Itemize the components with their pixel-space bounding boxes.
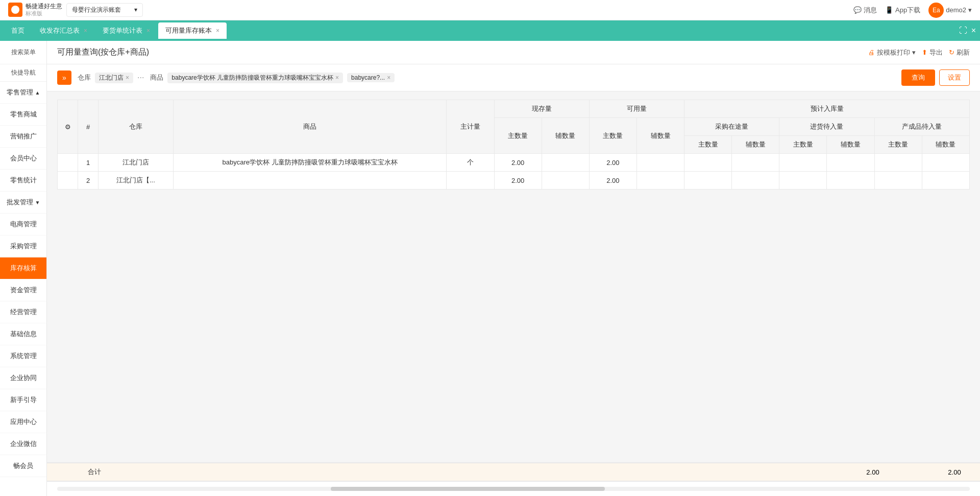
tab-available-inventory[interactable]: 可用量库存账本 ×	[158, 22, 227, 39]
th-index: #	[78, 100, 99, 154]
horizontal-scrollbar[interactable]	[57, 487, 970, 491]
sidebar: 搜索菜单 快捷导航 零售管理 ▲ 零售商城 营销推广 会员中心 零售统计 批发管…	[0, 41, 47, 496]
sidebar-item-sys-mgmt-label: 系统管理	[10, 352, 37, 360]
tab-income-summary[interactable]: 收发存汇总表 ×	[33, 22, 94, 39]
warehouse-tag-remove[interactable]: ×	[126, 74, 129, 81]
sidebar-item-retail-mall[interactable]: 零售商城	[0, 104, 46, 126]
sidebar-item-new-guide[interactable]: 新手引导	[0, 389, 46, 411]
row-prod-sub	[922, 172, 969, 190]
row-index: 2	[78, 172, 99, 190]
warehouse-tag[interactable]: 江北门店 ×	[95, 73, 133, 83]
sidebar-item-members[interactable]: 会员中心	[0, 148, 46, 170]
logo-text: 畅捷通好生意	[26, 3, 62, 10]
row-avail-sub	[636, 154, 684, 172]
print-template-label: 按模板打印	[877, 48, 910, 57]
sidebar-item-marketing[interactable]: 营销推广	[0, 126, 46, 148]
tab-order-stats-label: 要货单统计表	[103, 26, 142, 35]
tab-order-stats[interactable]: 要货单统计表 ×	[95, 22, 157, 39]
th-group-incoming: 预计入库量	[684, 100, 970, 118]
sidebar-item-wholesale[interactable]: 批发管理 ▼	[0, 192, 46, 214]
row-main-unit	[447, 172, 494, 190]
product-tag1[interactable]: babycare学饮杯 儿童防摔防撞吸管杯重力球吸嘴杯宝宝水杯 ×	[167, 73, 343, 83]
footer-values: 2.00 2.00	[857, 468, 970, 476]
row-settings[interactable]	[58, 154, 78, 172]
row-product: babycare学饮杯 儿童防摔防撞吸管杯重力球吸嘴杯宝宝水杯	[173, 154, 447, 172]
th-warehouse: 仓库	[99, 100, 174, 154]
table-section: ⚙ # 仓库 商品 主计量 现存量 可用量 预计入库量 主数量 辅数量 主数量 …	[47, 91, 980, 462]
content-area: 可用量查询(按仓库+商品) 🖨 按模板打印 ▾ ⬆ 导出 ↻ 刷新	[47, 41, 980, 496]
sidebar-item-sys-mgmt[interactable]: 系统管理	[0, 345, 46, 367]
page-actions: 🖨 按模板打印 ▾ ⬆ 导出 ↻ 刷新	[868, 48, 970, 57]
sidebar-item-vip[interactable]: 畅会员	[0, 455, 46, 477]
sidebar-item-procurement[interactable]: 采购管理	[0, 235, 46, 257]
sidebar-item-ecommerce-label: 电商管理	[10, 220, 37, 228]
product-tag1-remove[interactable]: ×	[335, 74, 339, 81]
export-label: 导出	[929, 48, 943, 57]
message-btn[interactable]: 💬 消息	[853, 6, 877, 15]
tab-close-all-btn[interactable]: ×	[971, 26, 976, 35]
th-settings[interactable]: ⚙	[58, 100, 78, 154]
sidebar-item-app-center[interactable]: 应用中心	[0, 411, 46, 433]
print-template-btn[interactable]: 🖨 按模板打印 ▾	[868, 48, 916, 57]
sidebar-item-finance[interactable]: 资金管理	[0, 279, 46, 301]
sidebar-item-basic-info-label: 基础信息	[10, 330, 37, 338]
filter-actions: 查询 设置	[901, 69, 970, 86]
sidebar-item-enterprise-wechat-label: 企业微信	[10, 440, 37, 447]
industry-selector[interactable]: 母婴行业演示账套 ▾	[66, 3, 143, 17]
row-purchase-sub	[732, 154, 779, 172]
th-main-unit: 主计量	[447, 100, 494, 154]
footer-label: 合计	[57, 467, 101, 477]
sidebar-item-business[interactable]: 经营管理	[0, 301, 46, 323]
settings-btn[interactable]: 设置	[939, 69, 970, 86]
th-group-purchase: 采购在途量	[684, 118, 779, 136]
product-label: 商品	[150, 73, 163, 82]
sidebar-item-wholesale-label: 批发管理	[7, 198, 33, 207]
scroll-thumb[interactable]	[331, 487, 604, 491]
sidebar-item-enterprise[interactable]: 企业协同	[0, 367, 46, 389]
footer-avail-main: 2.00	[939, 468, 970, 476]
refresh-btn[interactable]: ↻ 刷新	[949, 48, 970, 57]
svg-text:♦: ♦	[13, 7, 15, 13]
tab-order-stats-close[interactable]: ×	[146, 27, 150, 34]
chevron-up-icon: ▲	[35, 90, 40, 96]
table-row[interactable]: 1 江北门店 babycare学饮杯 儿童防摔防撞吸管杯重力球吸嘴杯宝宝水杯 个…	[58, 154, 970, 172]
tab-available-inventory-close[interactable]: ×	[216, 27, 219, 34]
warehouse-filter-group: 仓库 江北门店 × ···	[78, 73, 144, 83]
main-layout: 搜索菜单 快捷导航 零售管理 ▲ 零售商城 营销推广 会员中心 零售统计 批发管…	[0, 41, 980, 496]
sidebar-item-app-center-label: 应用中心	[10, 418, 37, 426]
sidebar-item-ecommerce[interactable]: 电商管理	[0, 214, 46, 235]
export-btn[interactable]: ⬆ 导出	[922, 48, 943, 57]
sidebar-item-retail-stats[interactable]: 零售统计	[0, 170, 46, 192]
filter-expand-btn[interactable]: »	[57, 70, 71, 85]
warehouse-more-btn[interactable]: ···	[137, 73, 144, 82]
table-row[interactable]: 2 江北门店【... 2.00 2.00	[58, 172, 970, 190]
th-group-available: 可用量	[589, 100, 684, 118]
filter-bar: » 仓库 江北门店 × ··· 商品 babycare学饮杯 儿童防摔防撞吸管杯…	[47, 64, 980, 91]
row-inbound-main	[779, 154, 827, 172]
industry-selector-value: 母婴行业演示账套	[72, 6, 121, 14]
tab-home[interactable]: 首页	[4, 22, 32, 39]
page-title: 可用量查询(按仓库+商品)	[57, 47, 149, 58]
sidebar-quick-nav[interactable]: 快捷导航	[0, 64, 46, 82]
table-footer: 合计 2.00 2.00	[47, 462, 980, 481]
user-menu[interactable]: Ea demo2 ▾	[928, 3, 972, 18]
sidebar-item-inventory[interactable]: 库存核算	[0, 257, 46, 279]
product-tag2-remove[interactable]: ×	[387, 74, 390, 81]
query-btn[interactable]: 查询	[901, 69, 935, 86]
refresh-icon: ↻	[949, 49, 954, 56]
product-tag2[interactable]: babycare?... ×	[347, 73, 395, 82]
row-stock-main: 2.00	[494, 154, 542, 172]
tab-fullscreen-btn[interactable]: ⛶	[959, 26, 967, 35]
username: demo2	[946, 6, 966, 14]
sidebar-item-retail-mgmt[interactable]: 零售管理 ▲	[0, 82, 46, 104]
row-settings[interactable]	[58, 172, 78, 190]
sidebar-item-enterprise-label: 企业协同	[10, 374, 37, 382]
sidebar-search-btn[interactable]: 搜索菜单	[4, 46, 42, 59]
sidebar-item-basic-info[interactable]: 基础信息	[0, 323, 46, 345]
product-tag2-value: babycare?...	[351, 74, 385, 81]
message-label: 消息	[864, 6, 877, 15]
sidebar-item-enterprise-wechat[interactable]: 企业微信	[0, 433, 46, 455]
product-tag1-value: babycare学饮杯 儿童防摔防撞吸管杯重力球吸嘴杯宝宝水杯	[172, 74, 333, 82]
tab-income-summary-close[interactable]: ×	[84, 27, 87, 34]
app-download-btn[interactable]: 📱 App下载	[885, 6, 920, 15]
